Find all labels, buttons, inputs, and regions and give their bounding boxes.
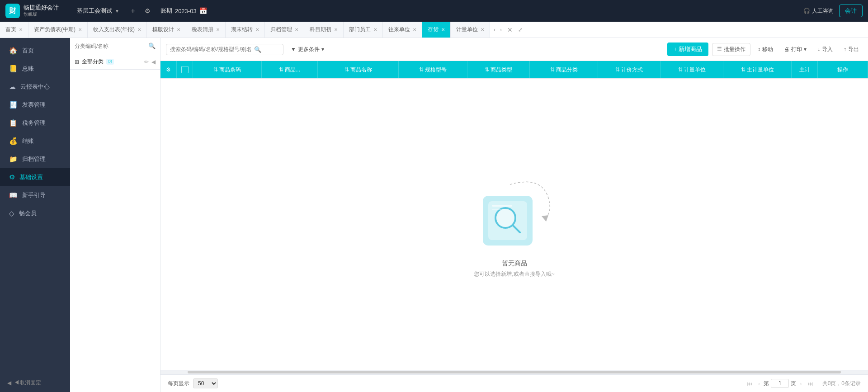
sidebar-item-label: 发票管理 — [22, 101, 46, 109]
company-name: 基层工会测试 — [77, 7, 112, 15]
product-search-icon[interactable]: 🔍 — [254, 46, 261, 53]
calendar-icon[interactable]: 📅 — [199, 7, 207, 14]
th-extra[interactable]: 主计 — [792, 61, 817, 78]
tab-label: 存货 — [428, 26, 439, 33]
per-page-select[interactable]: 50 20 100 — [193, 378, 218, 388]
move-button[interactable]: ↕ 移动 — [754, 43, 777, 56]
scroll-track[interactable] — [188, 371, 841, 373]
tab-close-icon[interactable]: ✕ — [373, 27, 377, 32]
sidebar-item-archive[interactable]: 📁 归档管理 — [0, 150, 70, 168]
expand-tabs-icon[interactable]: ⤢ — [516, 26, 524, 34]
tab-tax[interactable]: 税表清册 ✕ — [186, 22, 226, 38]
archive-icon: 📁 — [9, 155, 18, 163]
next-page-button[interactable]: › — [798, 379, 803, 388]
customer-service-button[interactable]: 🎧 人工咨询 — [803, 7, 834, 15]
add-tab-icon[interactable]: ＋ — [127, 5, 138, 18]
empty-title: 暂无商品 — [502, 260, 527, 268]
pagination-bar: 每页显示 50 20 100 ⏮ ‹ 第 页 › ⏭ 共0页，0条记 — [160, 374, 868, 392]
empty-illustration-svg — [469, 171, 560, 252]
batch-operation-button[interactable]: ☰ 批量操作 — [712, 43, 750, 56]
sidebar-item-home[interactable]: 🏠 首页 — [0, 42, 70, 60]
page-unit: 页 — [791, 380, 796, 387]
product-search-bar: 🔍 — [166, 44, 283, 55]
tab-prev-icon[interactable]: ‹ — [492, 26, 497, 34]
import-button[interactable]: ↓ 导入 — [814, 43, 836, 56]
tab-close-icon[interactable]: ✕ — [137, 27, 141, 32]
content-area: 🔍 ⊞ 全部分类 ☑ ✏ ◀ 🔍 — [70, 38, 868, 392]
tab-period-close[interactable]: 期末结转 ✕ — [226, 22, 265, 38]
add-product-button[interactable]: + 新增商品 — [667, 43, 708, 56]
sidebar-item-ledger[interactable]: 📒 总账 — [0, 60, 70, 78]
classify-all-label[interactable]: 全部分类 — [82, 58, 104, 66]
sidebar-item-settings[interactable]: ⚙ 基础设置 — [0, 168, 70, 186]
sidebar-item-close-account[interactable]: 💰 结账 — [0, 132, 70, 150]
tab-unit[interactable]: 计量单位 ✕ — [451, 22, 490, 38]
th-name-sort-icon: ⇅ — [344, 66, 349, 73]
tab-balance[interactable]: 资产负债表(中期) ✕ — [28, 22, 88, 38]
move-icon: ↕ — [758, 46, 760, 52]
sidebar-item-cloud[interactable]: ☁ 云报表中心 — [0, 78, 70, 96]
main-panel: 🔍 ▼ 更多条件 ▾ + 新增商品 ☰ 批量操作 ↕ — [160, 38, 868, 392]
page-number-input[interactable] — [771, 379, 789, 388]
scroll-bar-area — [160, 370, 868, 374]
tab-contacts[interactable]: 往来单位 ✕ — [383, 22, 422, 38]
settings-gear-icon[interactable]: ⚙ — [143, 5, 152, 16]
company-selector[interactable]: 基层工会测试 ▼ — [73, 5, 123, 17]
tab-next-icon[interactable]: › — [498, 26, 504, 34]
collapse-panel-icon[interactable]: ◀ — [151, 59, 156, 65]
th-settings[interactable]: ⚙ — [160, 61, 177, 78]
th-spec[interactable]: ⇅ 规格型号 — [399, 61, 467, 78]
tab-dept[interactable]: 部门员工 ✕ — [344, 22, 383, 38]
account-button[interactable]: 会计 — [839, 5, 863, 17]
tab-close-icon[interactable]: ✕ — [295, 27, 298, 32]
empty-state: 暂无商品 您可以选择新增,或者直接导入哦~ — [160, 79, 868, 370]
th-main-unit-label: 主计量单位 — [747, 66, 774, 74]
tab-close-icon[interactable]: ✕ — [216, 27, 220, 32]
th-code[interactable]: ⇅ 商品... — [262, 61, 318, 78]
tab-close-icon[interactable]: ✕ — [481, 27, 484, 32]
top-header: 财 畅捷通好会计 旗舰版 基层工会测试 ▼ ＋ ⚙ 账期 2023-03 📅 🎧… — [0, 0, 868, 22]
sidebar-item-tax[interactable]: 📋 税务管理 — [0, 114, 70, 132]
sidebar-item-invoice[interactable]: 🧾 发票管理 — [0, 96, 70, 114]
tab-close-icon[interactable]: ✕ — [255, 27, 259, 32]
th-barcode[interactable]: ⇅ 商品条码 — [193, 61, 262, 78]
export-button[interactable]: ↑ 导出 — [840, 43, 863, 56]
tab-close-icon[interactable]: ✕ — [441, 27, 445, 32]
sidebar-item-member[interactable]: ◇ 畅会员 — [0, 204, 70, 222]
tab-subject[interactable]: 科目期初 ✕ — [304, 22, 344, 38]
tab-template[interactable]: 模版设计 ✕ — [147, 22, 186, 38]
service-label: 人工咨询 — [812, 7, 834, 15]
th-price-method[interactable]: ⇅ 计价方式 — [598, 61, 660, 78]
sidebar-item-guide[interactable]: 📖 新手引导 — [0, 186, 70, 204]
th-name[interactable]: ⇅ 商品名称 — [318, 61, 399, 78]
tab-home[interactable]: 首页 ✕ — [0, 22, 28, 38]
classify-search-input[interactable] — [75, 43, 146, 49]
prev-page-button[interactable]: ‹ — [756, 379, 762, 388]
edit-classify-icon[interactable]: ✏ — [144, 59, 149, 65]
move-label: 移动 — [762, 46, 773, 53]
th-category[interactable]: ⇅ 商品分类 — [530, 61, 599, 78]
th-checkbox[interactable] — [177, 61, 193, 78]
tab-income[interactable]: 收入支出表(年报) ✕ — [88, 22, 147, 38]
first-page-button[interactable]: ⏮ — [745, 379, 755, 388]
more-conditions-label: 更多条件 — [298, 46, 320, 53]
th-unit[interactable]: ⇅ 计量单位 — [661, 61, 723, 78]
tab-close-icon[interactable]: ✕ — [334, 27, 338, 32]
tab-close-icon[interactable]: ✕ — [19, 27, 23, 32]
tab-close-icon[interactable]: ✕ — [177, 27, 180, 32]
header-checkbox[interactable] — [181, 66, 189, 73]
product-search-input[interactable] — [170, 46, 251, 52]
tab-archive[interactable]: 归档管理 ✕ — [265, 22, 304, 38]
tab-close-icon[interactable]: ✕ — [78, 27, 82, 32]
tab-close-icon[interactable]: ✕ — [413, 27, 416, 32]
sidebar-unpin[interactable]: ◀ ◀取消固定 — [0, 373, 70, 392]
th-type[interactable]: ⇅ 商品类型 — [467, 61, 530, 78]
tab-inventory[interactable]: 存货 ✕ — [422, 22, 451, 38]
last-page-button[interactable]: ⏭ — [806, 379, 815, 388]
classify-search-icon[interactable]: 🔍 — [148, 43, 156, 49]
close-all-tabs-icon[interactable]: ✕ — [505, 25, 515, 34]
th-main-unit[interactable]: ⇅ 主计量单位 — [723, 61, 792, 78]
th-name-label: 商品名称 — [350, 66, 372, 74]
print-button[interactable]: 🖨 打印 ▾ — [780, 43, 810, 56]
more-conditions-button[interactable]: ▼ 更多条件 ▾ — [287, 44, 328, 55]
